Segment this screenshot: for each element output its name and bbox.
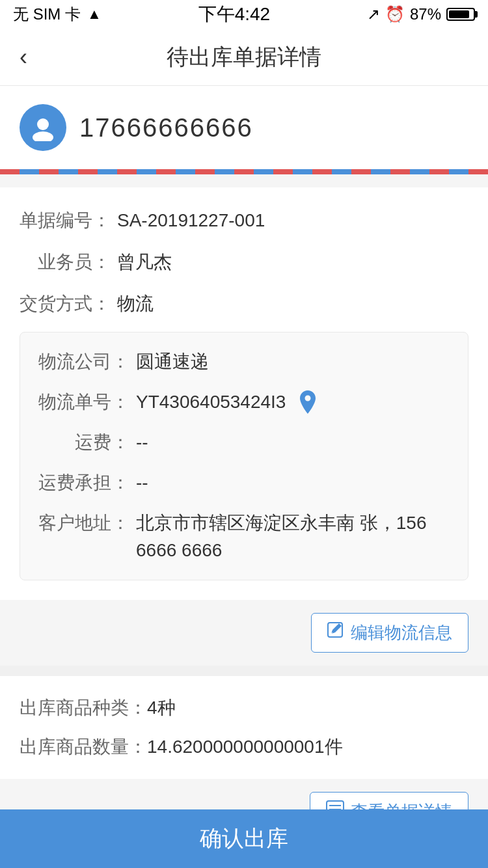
salesperson-value: 曾凡杰 <box>117 249 468 276</box>
confirm-button-label: 确认出库 <box>200 824 288 854</box>
status-bar: 无 SIM 卡 ▲ 下午4:42 ↗ ⏰ 87% <box>0 0 488 29</box>
page-title: 待出库单据详情 <box>167 42 321 72</box>
wifi-icon: ▲ <box>87 6 102 23</box>
avatar <box>20 104 66 151</box>
edit-logistics-label: 编辑物流信息 <box>351 621 452 644</box>
section-divider <box>0 666 488 676</box>
logistics-card: 物流公司： 圆通速递 物流单号： YT43064053424I3 运费： -- <box>20 332 468 580</box>
status-left: 无 SIM 卡 ▲ <box>13 4 102 25</box>
order-number-value: SA-20191227-001 <box>117 207 468 234</box>
decorative-divider <box>0 169 488 174</box>
order-info-section: 单据编号： SA-20191227-001 业务员： 曾凡杰 交货方式： 物流 … <box>0 187 488 600</box>
goods-section: 出库商品种类： 4种 出库商品数量： 14.620000000000001件 <box>0 676 488 779</box>
svg-point-1 <box>33 131 53 141</box>
back-button[interactable]: ‹ <box>20 44 27 71</box>
freight-bear-label: 运费承担： <box>38 469 136 496</box>
freight-label: 运费： <box>38 429 136 456</box>
battery-percent: 87% <box>410 5 441 23</box>
delivery-method-label: 交货方式： <box>20 290 117 318</box>
user-phone: 17666666666 <box>79 113 253 142</box>
logistics-company-row: 物流公司： 圆通速递 <box>38 348 450 375</box>
tracking-no-wrapper: YT43064053424I3 <box>136 388 319 416</box>
goods-quantity-row: 出库商品数量： 14.620000000000001件 <box>20 735 468 759</box>
user-section: 17666666666 <box>0 86 488 169</box>
battery-icon <box>446 8 475 21</box>
svg-point-0 <box>37 118 49 130</box>
freight-value: -- <box>136 429 450 456</box>
freight-bear-row: 运费承担： -- <box>38 469 450 496</box>
salesperson-row: 业务员： 曾凡杰 <box>20 249 468 276</box>
goods-quantity-label: 出库商品数量： <box>20 735 147 759</box>
salesperson-label: 业务员： <box>20 249 117 276</box>
status-right: ↗ ⏰ 87% <box>367 5 475 23</box>
edit-icon <box>327 622 344 644</box>
address-row: 客户地址： 北京市市辖区海淀区永丰南 张，156 6666 6666 <box>38 509 450 564</box>
address-label: 客户地址： <box>38 509 136 537</box>
confirm-button[interactable]: 确认出库 <box>0 809 488 868</box>
logistics-company-label: 物流公司： <box>38 348 136 375</box>
edit-logistics-button[interactable]: 编辑物流信息 <box>311 613 468 653</box>
time-label: 下午4:42 <box>198 2 271 27</box>
goods-types-label: 出库商品种类： <box>20 696 147 720</box>
goods-types-value: 4种 <box>147 696 176 720</box>
location-icon: ↗ <box>367 5 380 23</box>
tracking-row: 物流单号： YT43064053424I3 <box>38 388 450 416</box>
carrier-label: 无 SIM 卡 <box>13 4 81 25</box>
order-number-row: 单据编号： SA-20191227-001 <box>20 207 468 234</box>
delivery-method-value: 物流 <box>117 290 468 318</box>
tracking-no-label: 物流单号： <box>38 388 136 416</box>
freight-row: 运费： -- <box>38 429 450 456</box>
edit-btn-wrapper: 编辑物流信息 <box>0 600 488 653</box>
goods-quantity-value: 14.620000000000001件 <box>147 735 343 759</box>
order-number-label: 单据编号： <box>20 207 117 234</box>
nav-bar: ‹ 待出库单据详情 <box>0 29 488 86</box>
logistics-company-value: 圆通速递 <box>136 348 450 375</box>
goods-types-row: 出库商品种类： 4种 <box>20 696 468 720</box>
tracking-no-value: YT43064053424I3 <box>136 388 286 416</box>
map-pin-icon[interactable] <box>296 390 319 414</box>
address-value: 北京市市辖区海淀区永丰南 张，156 6666 6666 <box>136 509 450 564</box>
delivery-method-row: 交货方式： 物流 <box>20 290 468 318</box>
freight-bear-value: -- <box>136 469 450 496</box>
alarm-icon: ⏰ <box>385 5 405 23</box>
